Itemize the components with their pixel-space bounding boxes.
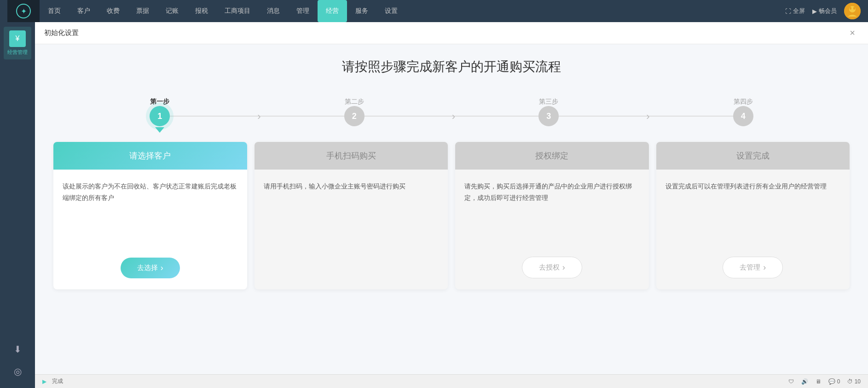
sidebar: ¥ 经营管理 ⬇ ◎ [0, 22, 35, 388]
step-4-header: 第四步 4 [646, 94, 841, 133]
nav-manage[interactable]: 管理 [288, 0, 318, 22]
user-avatar[interactable] [844, 3, 861, 19]
card-3-header: 授权绑定 [455, 142, 649, 170]
step-card-1: 请选择客户 该处展示的客户为不在回收站、客户状态正常建账后完成老板端绑定的所有客… [53, 142, 247, 289]
status-bar: ▶ 完成 🛡 🔊 🖥 💬 0 ⏱ 10 [35, 374, 868, 388]
step-4-label: 第四步 [734, 98, 753, 106]
status-security-icon: 🛡 [788, 378, 794, 385]
close-button[interactable]: × [846, 27, 859, 40]
step-card-2: 手机扫码购买 请用手机扫码，输入小微企业主账号密码进行购买 [255, 142, 448, 289]
card-2-body: 请用手机扫码，输入小微企业主账号密码进行购买 [255, 170, 448, 271]
card-2-footer [255, 271, 448, 289]
main-layout: ¥ 经营管理 ⬇ ◎ 初始化设置 × 请按照步骤完成新客户的开通购买流程 [0, 22, 868, 388]
main-content: 初始化设置 × 请按照步骤完成新客户的开通购买流程 第一步 1 [35, 22, 868, 388]
steps-container: 请按照步骤完成新客户的开通购买流程 第一步 1 第二步 [35, 44, 868, 374]
go-authorize-icon: › [562, 263, 565, 272]
nav-right: ⛶ 全屏 ▶ 畅会员 [785, 3, 861, 19]
sidebar-item-label: 经营管理 [7, 49, 28, 56]
nav-operation[interactable]: 经营 [318, 0, 347, 22]
card-4-footer: 去管理 › [656, 249, 850, 289]
main-title: 请按照步骤完成新客户的开通购买流程 [53, 58, 850, 76]
status-message-icon: 💬 0 [828, 378, 840, 385]
card-1-header: 请选择客户 [53, 142, 247, 170]
card-1-body: 该处展示的客户为不在回收站、客户状态正常建账后完成老板端绑定的所有客户 [53, 170, 247, 250]
sidebar-support[interactable]: ◎ [4, 362, 31, 381]
download-icon: ⬇ [14, 344, 22, 355]
nav-home[interactable]: 首页 [40, 0, 69, 22]
fullscreen-icon: ⛶ [785, 8, 791, 15]
vip-button[interactable]: ▶ 畅会员 [812, 7, 837, 15]
play-icon: ▶ [812, 8, 817, 15]
card-4-header: 设置完成 [656, 142, 850, 170]
step-card-3: 授权绑定 请先购买，购买后选择开通的产品中的企业用户进行授权绑定，成功后即可进行… [455, 142, 649, 289]
cards-row: 请选择客户 该处展示的客户为不在回收站、客户状态正常建账后完成老板端绑定的所有客… [53, 142, 850, 289]
step-4-circle: 4 [733, 106, 753, 126]
top-navigation: ✦ 首页 客户 收费 票据 记账 报税 工商项目 消息 管理 经营 服务 设置 … [0, 0, 868, 22]
nav-business[interactable]: 工商项目 [216, 0, 259, 22]
page-header: 初始化设置 × [35, 22, 868, 44]
nav-customer[interactable]: 客户 [69, 0, 98, 22]
nav-charge[interactable]: 收费 [98, 0, 128, 22]
step-3-circle: 3 [538, 106, 559, 126]
card-3-footer: 去授权 › [455, 249, 649, 289]
sidebar-bottom: ⬇ ◎ [4, 340, 31, 388]
step-3-header: 第三步 3 [451, 94, 646, 133]
step-2-header: 第二步 2 [257, 94, 452, 133]
vip-label: 畅会员 [819, 7, 837, 15]
step-1-arrow [155, 127, 164, 133]
step-1-circle: 1 [150, 106, 170, 126]
fullscreen-button[interactable]: ⛶ 全屏 [785, 7, 805, 15]
card-2-header: 手机扫码购买 [255, 142, 448, 170]
sidebar-item-operation[interactable]: ¥ 经营管理 [4, 27, 31, 59]
step-2-label: 第二步 [345, 98, 364, 106]
support-icon: ◎ [14, 366, 22, 377]
svg-point-3 [853, 7, 855, 10]
nav-items: 首页 客户 收费 票据 记账 报税 工商项目 消息 管理 经营 服务 设置 [40, 0, 785, 22]
status-time-icon: ⏱ 10 [847, 378, 861, 385]
go-select-label: 去选择 [137, 264, 158, 272]
status-volume-icon: 🔊 [801, 378, 808, 385]
go-authorize-label: 去授权 [539, 263, 560, 272]
fullscreen-label: 全屏 [793, 7, 805, 15]
nav-service[interactable]: 服务 [347, 0, 376, 22]
yuan-icon: ¥ [9, 30, 26, 47]
step-card-4: 设置完成 设置完成后可以在管理列表进行所有企业用户的经营管理 去管理 › [656, 142, 850, 289]
status-screen-icon: 🖥 [816, 378, 821, 385]
step-1-label: 第一步 [150, 98, 169, 106]
logo-icon: ✦ [16, 4, 31, 18]
nav-bills[interactable]: 票据 [128, 0, 157, 22]
step-1-header: 第一步 1 [63, 94, 257, 133]
go-manage-icon: › [763, 263, 766, 272]
go-manage-label: 去管理 [740, 263, 760, 272]
nav-tax[interactable]: 报税 [187, 0, 216, 22]
page-title: 初始化设置 [44, 29, 79, 37]
nav-message[interactable]: 消息 [259, 0, 288, 22]
play-status-icon: ▶ [42, 378, 46, 385]
step-3-label: 第三步 [539, 98, 558, 106]
status-right: 🛡 🔊 🖥 💬 0 ⏱ 10 [788, 378, 861, 385]
go-manage-button[interactable]: 去管理 › [723, 257, 783, 278]
nav-settings[interactable]: 设置 [376, 0, 406, 22]
status-text: 完成 [52, 377, 63, 385]
sidebar-download[interactable]: ⬇ [4, 340, 31, 359]
card-4-body: 设置完成后可以在管理列表进行所有企业用户的经营管理 [656, 170, 850, 249]
svg-point-2 [850, 7, 851, 10]
go-select-button[interactable]: 去选择 › [121, 258, 180, 278]
step-2-circle: 2 [344, 106, 365, 126]
steps-header: 第一步 1 第二步 2 [53, 94, 850, 133]
go-authorize-button[interactable]: 去授权 › [522, 257, 582, 278]
nav-logo: ✦ [7, 0, 40, 22]
card-1-footer: 去选择 › [53, 250, 247, 289]
nav-accounting[interactable]: 记账 [157, 0, 187, 22]
go-select-icon: › [161, 263, 163, 273]
card-3-body: 请先购买，购买后选择开通的产品中的企业用户进行授权绑定，成功后即可进行经营管理 [455, 170, 649, 249]
